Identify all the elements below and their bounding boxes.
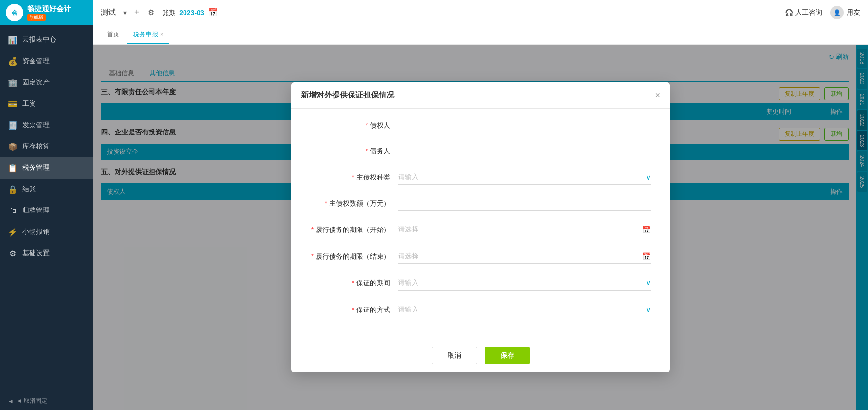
modal-title: 新增对外提供保证担保情况 (301, 90, 394, 100)
form-row-credit-amount: * 主债权数额（万元） (311, 197, 651, 211)
add-button[interactable]: + (134, 7, 140, 17)
save-button[interactable]: 保存 (485, 347, 530, 364)
closing-icon: 🔒 (8, 184, 17, 194)
company-dropdown-chevron[interactable]: ▾ (123, 9, 127, 16)
logo-text: 畅捷通好会计 旗舰版 (27, 4, 71, 21)
chevron-down-icon-guarantee-period: ∨ (646, 279, 651, 287)
xiaochang-icon: ⚡ (8, 227, 17, 237)
sidebar-label-fixed-asset: 固定资产 (22, 78, 50, 87)
select-credit-type[interactable]: 请输入 ∨ (398, 170, 651, 185)
label-guarantee-method: * 保证的方式 (311, 306, 398, 314)
sidebar-label-fund: 资金管理 (22, 57, 50, 66)
sidebar-collapse-button[interactable]: ◄ ◄ 取消固定 (0, 392, 93, 410)
label-creditor: * 债权人 (311, 121, 398, 130)
sidebar-item-invoice[interactable]: 🧾 发票管理 (0, 115, 93, 136)
form-row-period-end: * 履行债务的期限（结束） 请选择 📅 (311, 249, 651, 264)
sidebar-item-cloud-report[interactable]: 📊 云报表中心 (0, 29, 93, 50)
sidebar-item-fixed-asset[interactable]: 🏢 固定资产 (0, 72, 93, 93)
sidebar-item-base-settings[interactable]: ⚙ 基础设置 (0, 243, 93, 264)
label-period-start: * 履行债务的期限（开始） (311, 226, 398, 234)
date-placeholder-start: 请选择 (398, 225, 418, 234)
logo-main-text: 畅捷通好会计 (27, 4, 71, 13)
label-period-end: * 履行债务的期限（结束） (311, 252, 398, 261)
tab-home[interactable]: 首页 (101, 26, 125, 44)
form-row-guarantee-period: * 保证的期间 请输入 ∨ (311, 276, 651, 291)
label-credit-type: * 主债权种类 (311, 173, 398, 182)
user-avatar-icon: 👤 (834, 9, 841, 16)
sidebar-item-tax[interactable]: 📋 税务管理 (0, 157, 93, 179)
headset-icon: 🎧 (785, 9, 793, 16)
select-guarantee-period-placeholder: 请输入 (398, 279, 418, 287)
select-guarantee-period[interactable]: 请输入 ∨ (398, 276, 651, 291)
cloud-report-icon: 📊 (8, 35, 17, 45)
modal-body: * 债权人 * 债务人 (291, 109, 670, 339)
date-placeholder-end: 请选择 (398, 252, 418, 261)
main-area: 测试 ▾ + ⚙ 账期 2023-03 📅 🎧 人工咨询 👤 用友 (93, 0, 868, 410)
modal-close-button[interactable]: × (655, 90, 660, 100)
label-credit-amount: * 主债权数额（万元） (311, 199, 398, 208)
sidebar-label-tax: 税务管理 (22, 164, 50, 172)
modal-add-guarantee: 新增对外提供保证担保情况 × * 债权人 (291, 82, 670, 372)
base-settings-icon: ⚙ (8, 248, 17, 258)
select-guarantee-method[interactable]: 请输入 ∨ (398, 302, 651, 317)
sidebar-label-salary: 工资 (22, 99, 36, 108)
sidebar-item-xiaochang[interactable]: ⚡ 小畅报销 (0, 221, 93, 243)
label-debtor: * 债务人 (311, 147, 398, 156)
form-row-credit-type: * 主债权种类 请输入 ∨ (311, 170, 651, 185)
select-guarantee-method-placeholder: 请输入 (398, 305, 418, 314)
inventory-icon: 📦 (8, 142, 17, 151)
invoice-icon: 🧾 (8, 120, 17, 130)
sidebar-item-archive[interactable]: 🗂 归档管理 (0, 200, 93, 221)
sidebar-label-inventory: 库存核算 (22, 142, 50, 151)
date-picker-period-end[interactable]: 请选择 📅 (398, 249, 651, 264)
sidebar-label-cloud-report: 云报表中心 (22, 35, 56, 44)
logo-badge: 旗舰版 (27, 14, 46, 21)
tab-close-tax-report[interactable]: × (160, 32, 163, 37)
chevron-down-icon-credit-type: ∨ (646, 173, 651, 181)
content-area: ↻ 刷新 基础信息 其他信息 (93, 45, 868, 410)
input-creditor[interactable] (398, 118, 651, 132)
sidebar-logo: 会 畅捷通好会计 旗舰版 (0, 0, 93, 25)
calendar-icon[interactable]: 📅 (208, 8, 217, 16)
sidebar-item-closing[interactable]: 🔒 结账 (0, 179, 93, 200)
user-menu[interactable]: 👤 用友 (830, 6, 860, 19)
fixed-asset-icon: 🏢 (8, 78, 17, 87)
content-wrapper: 首页 税务申报 × ↻ 刷新 (93, 25, 868, 410)
date-picker-period-start[interactable]: 请选择 📅 (398, 222, 651, 237)
form-row-debtor: * 债务人 (311, 144, 651, 158)
input-debtor[interactable] (398, 144, 651, 158)
app-shell: 会 畅捷通好会计 旗舰版 📊 云报表中心 💰 资金管理 🏢 固定资产 💳 (0, 0, 868, 410)
logo-icon: 会 (6, 4, 23, 21)
header-right: 🎧 人工咨询 👤 用友 (785, 6, 860, 19)
sidebar-label-xiaochang: 小畅报销 (22, 228, 50, 236)
sidebar-label-archive: 归档管理 (22, 206, 50, 215)
cancel-button[interactable]: 取消 (432, 347, 477, 364)
sidebar-item-fund[interactable]: 💰 资金管理 (0, 50, 93, 72)
input-credit-amount[interactable] (398, 197, 651, 211)
form-row-guarantee-method: * 保证的方式 请输入 ∨ (311, 302, 651, 317)
sidebar-label-base-settings: 基础设置 (22, 249, 50, 258)
sidebar-item-salary[interactable]: 💳 工资 (0, 93, 93, 115)
modal-footer: 取消 保存 (291, 339, 670, 372)
modal-overlay: 新增对外提供保证担保情况 × * 债权人 (93, 45, 868, 410)
sidebar-label-closing: 结账 (22, 185, 36, 194)
support-button[interactable]: 🎧 人工咨询 (785, 8, 822, 17)
tab-bar: 首页 税务申报 × (93, 25, 868, 45)
period-label: 账期 2023-03 📅 (162, 8, 218, 17)
sidebar: 会 畅捷通好会计 旗舰版 📊 云报表中心 💰 资金管理 🏢 固定资产 💳 (0, 0, 93, 410)
avatar: 👤 (830, 6, 844, 19)
settings-icon[interactable]: ⚙ (148, 8, 154, 17)
salary-icon: 💳 (8, 99, 17, 109)
sidebar-nav: 📊 云报表中心 💰 资金管理 🏢 固定资产 💳 工资 🧾 发票管理 📦 (0, 25, 93, 392)
form-row-period-start: * 履行债务的期限（开始） 请选择 📅 (311, 222, 651, 237)
tab-tax-report[interactable]: 税务申报 × (127, 26, 169, 44)
tax-icon: 📋 (8, 163, 17, 173)
form-row-creditor: * 债权人 (311, 118, 651, 132)
calendar-icon-end: 📅 (642, 252, 651, 260)
company-name: 测试 (101, 8, 116, 17)
select-credit-type-placeholder: 请输入 (398, 173, 418, 181)
modal-header: 新增对外提供保证担保情况 × (291, 82, 670, 109)
sidebar-label-invoice: 发票管理 (22, 121, 50, 130)
top-header: 测试 ▾ + ⚙ 账期 2023-03 📅 🎧 人工咨询 👤 用友 (93, 0, 868, 25)
sidebar-item-inventory[interactable]: 📦 库存核算 (0, 136, 93, 157)
